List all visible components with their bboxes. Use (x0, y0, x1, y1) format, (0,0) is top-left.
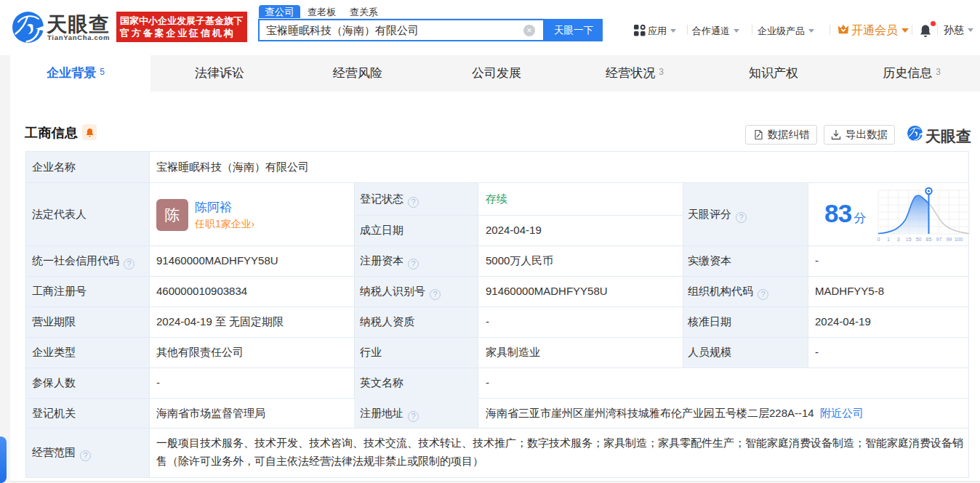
svg-text:97: 97 (936, 237, 942, 242)
svg-text:15: 15 (906, 237, 912, 242)
svg-text:1: 1 (887, 237, 890, 242)
svg-text:100: 100 (955, 237, 963, 242)
svg-text:85: 85 (926, 237, 932, 242)
svg-text:50: 50 (916, 237, 922, 242)
svg-text:99: 99 (946, 237, 952, 242)
svg-text:0: 0 (877, 237, 880, 242)
svg-text:3: 3 (897, 237, 900, 242)
